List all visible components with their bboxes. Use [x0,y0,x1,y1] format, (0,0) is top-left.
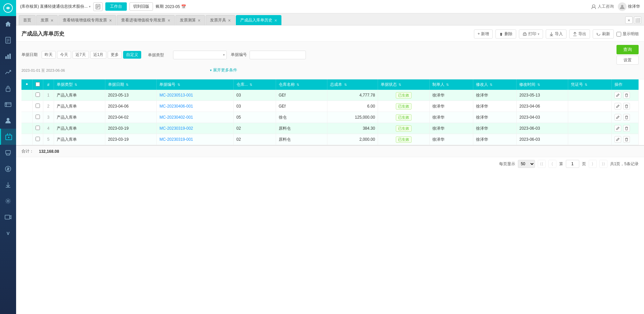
doc-num-link[interactable]: MC-20230402-001 [159,115,193,120]
col-voucher-num[interactable]: 凭证号 ⇅ [568,79,611,90]
new-button[interactable]: + 新增 [474,29,493,39]
row-checkbox[interactable] [36,115,40,119]
delete-button[interactable]: 删除 [495,29,516,39]
import-button[interactable]: 导入 [546,29,567,39]
sidebar-item-version[interactable]: V [0,225,16,241]
tab-purchase-vat[interactable]: 查看进项增值税专用发票 × [117,15,174,25]
tab-expand-button[interactable]: ⬜ [634,16,641,24]
row-edit-icon[interactable] [614,114,621,121]
row-delete-icon[interactable] [623,92,630,99]
col-doc-num[interactable]: 单据编号 ⇅ [157,79,233,90]
prev-page-btn[interactable]: ⟨ [548,160,556,168]
last-page-btn[interactable]: ⟩⟩ [599,160,607,168]
last1month-btn[interactable]: 近1月 [90,51,107,59]
row-checkbox-cell[interactable] [32,101,43,112]
row-doc-num[interactable]: MC-20230319-002 [157,123,233,134]
user-name-display[interactable]: 徐泽华 [618,2,640,11]
more-date-btn[interactable]: 更多 [108,51,122,59]
row-doc-num[interactable]: MC-20230402-001 [157,112,233,123]
row-delete-icon[interactable] [623,136,630,143]
row-checkbox-cell[interactable] [32,123,43,134]
row-checkbox-cell[interactable] [32,134,43,145]
tab-sales-vat[interactable]: 查看销项增值税专用发票 × [58,15,116,25]
col-doc-type[interactable]: 单据类型 ⇅ [54,79,105,90]
doc-num-link[interactable]: MC-20230406-001 [159,104,193,109]
custom-date-btn[interactable]: 自定义 [123,51,141,59]
row-checkbox-cell[interactable] [32,112,43,123]
row-checkbox-cell[interactable] [32,90,43,101]
last7days-btn[interactable]: 近7天 [72,51,89,59]
sidebar-item-doc[interactable] [0,32,16,48]
sidebar-item-analytics[interactable] [0,64,16,80]
col-modify-time[interactable]: 修改时间 ⇅ [517,79,568,90]
row-delete-icon[interactable] [623,103,630,110]
tab-invoice-calc[interactable]: 发票测算 × [175,15,205,25]
tab-invoice[interactable]: 发票 × [36,15,58,25]
doc-num-link[interactable]: MC-20230513-001 [159,93,193,98]
col-doc-status[interactable]: 单据状态 ⇅ [378,79,429,90]
row-delete-icon[interactable] [623,125,630,132]
doc-type-select[interactable] [173,51,227,59]
sidebar-item-import[interactable] [0,177,16,193]
row-edit-icon[interactable] [614,92,621,99]
col-settings[interactable] [21,79,32,90]
tab-invoice-issue[interactable]: 发票开具 × [206,15,235,25]
col-total-cost[interactable]: 总成本 ⇅ [327,79,378,90]
tab-home[interactable]: 首页 [19,15,36,25]
refresh-button[interactable]: 刷新 [593,29,614,39]
calendar-icon[interactable]: 📅 [181,4,186,9]
col-modifier[interactable]: 修改人 ⇅ [473,79,517,90]
sidebar-item-chart[interactable] [0,48,16,64]
workbench-button[interactable]: 工作台 [105,2,127,11]
col-creator[interactable]: 制单人 ⇅ [429,79,473,90]
switch-version-button[interactable]: 切到旧版 [129,2,153,11]
print-button[interactable]: 打印 ▾ [519,29,543,39]
tab-invoice-issue-close[interactable]: × [228,18,231,23]
doc-num-input[interactable] [250,51,306,59]
tab-product-inbound[interactable]: 产成品入库单历史 × [236,15,281,25]
company-selector[interactable]: (库存核算) 直播轻捷通信息技术股份... ▾ [20,4,91,9]
tab-collapse-button[interactable]: × [625,16,633,24]
col-doc-date[interactable]: 单据日期 ⇅ [105,79,157,90]
row-edit-icon[interactable] [614,136,621,143]
sidebar-item-home[interactable] [0,16,16,32]
export-button[interactable]: 导出 [569,29,590,39]
col-checkbox[interactable] [32,79,43,90]
row-edit-icon[interactable] [614,125,621,132]
tab-invoice-calc-close[interactable]: × [198,18,201,23]
sidebar-item-video[interactable] [0,209,16,225]
sidebar-item-inventory[interactable] [0,129,16,145]
today-btn[interactable]: 今天 [57,51,71,59]
sidebar-item-voucher[interactable] [0,97,16,113]
doc-num-link[interactable]: MC-20230319-002 [159,126,193,131]
sidebar-item-settings[interactable] [0,193,16,209]
sidebar-item-money[interactable] [0,161,16,177]
col-warehouse-name[interactable]: 仓库名称 ⇅ [276,79,327,90]
tab-purchase-vat-close[interactable]: × [167,18,170,23]
page-input[interactable] [566,160,579,168]
row-checkbox[interactable] [36,92,40,97]
reset-button[interactable]: 设置 [616,56,639,65]
row-checkbox[interactable] [36,126,40,130]
tab-sales-vat-close[interactable]: × [109,18,112,23]
row-checkbox[interactable] [36,104,40,108]
row-doc-num[interactable]: MC-20230406-001 [157,101,233,112]
expand-filter-btn[interactable]: ▾ 展开更多条件 [210,67,237,73]
select-all-checkbox[interactable] [36,82,40,86]
doc-icon-btn[interactable] [93,2,103,11]
row-delete-icon[interactable] [623,114,630,121]
sidebar-item-person[interactable] [0,113,16,129]
row-doc-num[interactable]: MC-20230319-001 [157,134,233,145]
next-page-btn[interactable]: ⟩ [589,160,597,168]
col-warehouse-code[interactable]: 仓库... ⇅ [233,79,276,90]
first-page-btn[interactable]: ⟨⟨ [538,160,546,168]
yesterday-btn[interactable]: 昨天 [42,51,56,59]
tab-invoice-close[interactable]: × [51,18,53,23]
user-service[interactable]: 人工咨询 [591,4,614,9]
doc-num-link[interactable]: MC-20230319-001 [159,137,193,142]
row-edit-icon[interactable] [614,103,621,110]
sidebar-item-stamp[interactable] [0,145,16,161]
tab-product-inbound-close[interactable]: × [274,18,277,23]
row-checkbox[interactable] [36,137,40,141]
query-button[interactable]: 查询 [616,45,639,54]
